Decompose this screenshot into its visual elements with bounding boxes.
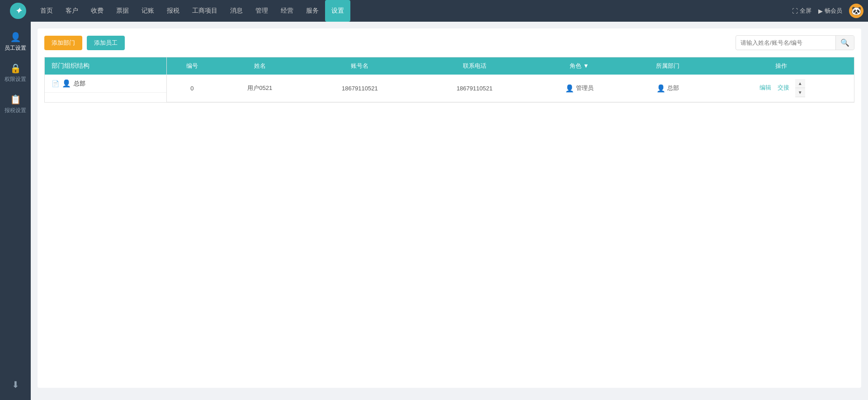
nav-items: 首页 客户 收费 票据 记账 报税 工商项目 消息 管理 经营 服务 设置 <box>34 0 792 22</box>
sidebar-tax-settings-label: 报税设置 <box>5 107 26 114</box>
toolbar: 添加部门 添加员工 🔍 <box>44 35 854 50</box>
nav-item-tax[interactable]: 报税 <box>160 0 186 22</box>
scroll-up-button[interactable]: ▲ <box>795 79 805 88</box>
sidebar-item-employee[interactable]: 👤 员工设置 <box>0 26 31 57</box>
role-icon: 👤 <box>565 84 574 93</box>
scroll-down-button[interactable]: ▼ <box>795 88 805 97</box>
table-row: 0 用户0521 18679110521 18679110521 👤 管理员 <box>167 75 854 102</box>
nav-item-operation[interactable]: 经营 <box>274 0 300 22</box>
tree-item-label: 总部 <box>74 80 85 88</box>
col-phone: 联系电话 <box>417 57 532 75</box>
nav-item-settings[interactable]: 设置 <box>325 0 350 22</box>
add-employee-button[interactable]: 添加员工 <box>87 36 125 50</box>
nav-right: ⛶ 全屏 ▶ 畅会员 🐼 <box>792 4 863 18</box>
edit-button[interactable]: 编辑 <box>760 84 771 91</box>
search-icon: 🔍 <box>840 39 849 47</box>
col-dept: 所属部门 <box>627 57 708 75</box>
logo[interactable]: ✦ <box>5 3 32 19</box>
nav-item-invoice[interactable]: 票据 <box>110 0 135 22</box>
employee-icon: 👤 <box>10 32 21 42</box>
table-header: 编号 姓名 账号名 联系电话 角色 ▼ 所属部门 操作 <box>167 57 854 75</box>
vip-icon: ▶ <box>818 8 823 14</box>
col-id: 编号 <box>167 57 217 75</box>
cell-dept: 👤 总部 <box>627 75 708 102</box>
col-role[interactable]: 角色 ▼ <box>532 57 627 75</box>
nav-item-service[interactable]: 服务 <box>300 0 325 22</box>
tax-settings-icon: 📋 <box>10 94 21 105</box>
nav-item-business[interactable]: 工商项目 <box>186 0 224 22</box>
table-body: 0 用户0521 18679110521 18679110521 👤 管理员 <box>167 75 854 102</box>
sidebar-download-button[interactable]: ⬇ <box>9 374 22 395</box>
sidebar-item-permission[interactable]: 🔒 权限设置 <box>0 57 31 89</box>
vip-button[interactable]: ▶ 畅会员 <box>818 7 842 15</box>
sidebar-permission-label: 权限设置 <box>5 75 26 83</box>
dept-badge: 👤 总部 <box>656 84 679 93</box>
content-area: 添加部门 添加员工 🔍 部门组织结构 📄 👤 总部 <box>38 28 861 388</box>
fullscreen-button[interactable]: ⛶ 全屏 <box>792 7 811 15</box>
logo-icon: ✦ <box>10 3 26 19</box>
nav-item-accounting[interactable]: 记账 <box>135 0 160 22</box>
permission-icon: 🔒 <box>10 63 21 74</box>
top-navigation: ✦ 首页 客户 收费 票据 记账 报税 工商项目 消息 管理 经营 服务 设置 … <box>0 0 868 22</box>
cell-role: 👤 管理员 <box>532 75 627 102</box>
nav-item-customer[interactable]: 客户 <box>59 0 85 22</box>
dept-icon: 👤 <box>656 84 665 93</box>
sidebar: 👤 员工设置 🔒 权限设置 📋 报税设置 ⬇ <box>0 22 31 400</box>
nav-item-home[interactable]: 首页 <box>34 0 59 22</box>
vip-label: 畅会员 <box>825 7 842 15</box>
fullscreen-label: 全屏 <box>800 7 811 15</box>
cell-account: 18679110521 <box>302 75 417 102</box>
nav-item-message[interactable]: 消息 <box>224 0 249 22</box>
sidebar-item-tax-settings[interactable]: 📋 报税设置 <box>0 89 31 120</box>
nav-item-fee[interactable]: 收费 <box>85 0 110 22</box>
cell-id: 0 <box>167 75 217 102</box>
sidebar-employee-label: 员工设置 <box>5 44 26 52</box>
fullscreen-icon: ⛶ <box>792 8 798 14</box>
role-label: 管理员 <box>576 84 594 92</box>
employee-table: 编号 姓名 账号名 联系电话 角色 ▼ 所属部门 操作 <box>167 57 854 102</box>
cell-name: 用户0521 <box>217 75 302 102</box>
col-role-label: 角色 ▼ <box>570 62 589 69</box>
tree-header: 部门组织结构 <box>45 57 166 75</box>
tree-file-icon: 📄 <box>52 80 59 87</box>
sidebar-bottom: ⬇ <box>9 374 22 395</box>
cell-actions: 编辑 交接 ▲ ▼ <box>708 75 854 102</box>
role-badge: 👤 管理员 <box>565 84 594 93</box>
col-name: 姓名 <box>217 57 302 75</box>
avatar[interactable]: 🐼 <box>849 4 863 18</box>
add-dept-button[interactable]: 添加部门 <box>44 36 82 50</box>
row-scroll-controls: ▲ ▼ <box>795 79 805 97</box>
search-input[interactable] <box>736 37 835 49</box>
dept-label: 总部 <box>667 84 679 92</box>
table-panel: 编号 姓名 账号名 联系电话 角色 ▼ 所属部门 操作 <box>167 57 854 102</box>
download-icon: ⬇ <box>12 379 19 390</box>
tree-user-icon: 👤 <box>62 79 71 88</box>
cell-phone: 18679110521 <box>417 75 532 102</box>
main-content: 添加部门 添加员工 🔍 部门组织结构 📄 👤 总部 <box>31 22 868 400</box>
col-action: 操作 <box>708 57 854 75</box>
two-column-layout: 部门组织结构 📄 👤 总部 编号 姓名 账号名 联系电话 <box>44 57 854 103</box>
nav-item-manage[interactable]: 管理 <box>249 0 274 22</box>
search-box: 🔍 <box>736 35 854 50</box>
handover-button[interactable]: 交接 <box>778 84 789 91</box>
search-button[interactable]: 🔍 <box>835 36 854 50</box>
tree-panel: 部门组织结构 📄 👤 总部 <box>45 57 167 102</box>
col-account: 账号名 <box>302 57 417 75</box>
tree-item-general[interactable]: 📄 👤 总部 <box>45 75 166 93</box>
